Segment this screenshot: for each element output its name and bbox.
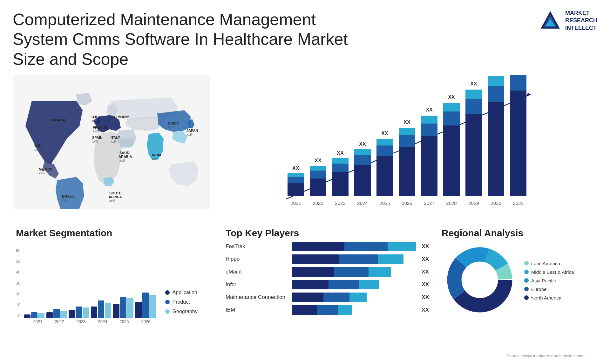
svg-text:xx%: xx%: [62, 199, 68, 202]
player-xx-ibm: XX: [422, 307, 429, 313]
regional-legend: Latin America Middle East & Africa Asia …: [524, 261, 574, 300]
seg-bar-prod: [31, 312, 37, 318]
legend-product: Product: [165, 299, 197, 305]
svg-rect-50: [443, 103, 460, 111]
bar-2021-seg3: [288, 173, 304, 177]
world-map-svg: CANADA xx% U.S. xx% MEXICO xx% BRAZIL xx…: [13, 75, 210, 209]
legend-label-application: Application: [172, 290, 197, 295]
segmentation-legend: Application Product Geography: [165, 290, 197, 314]
player-row-ibm: IBM XX: [226, 305, 429, 315]
player-xx-hippo: XX: [422, 256, 429, 262]
svg-rect-41: [399, 135, 415, 147]
svg-rect-33: [354, 155, 371, 165]
seg-y-10: 10: [16, 302, 20, 307]
seg-bar-group-2024: [91, 300, 111, 318]
svg-text:2030: 2030: [491, 200, 501, 206]
seg-bar-group-2021: [24, 312, 44, 318]
svg-rect-42: [399, 128, 415, 135]
regional-title: Regional Analysis: [442, 228, 594, 239]
legend-label-geography: Geography: [172, 309, 197, 314]
svg-text:XX: XX: [292, 165, 299, 171]
seg-y-30: 30: [16, 281, 20, 286]
player-xx-maintenance: XX: [422, 294, 429, 300]
svg-rect-40: [399, 147, 415, 196]
svg-rect-57: [488, 86, 504, 102]
svg-text:2026: 2026: [402, 200, 412, 206]
svg-text:xx%: xx%: [111, 119, 117, 123]
svg-text:XX: XX: [381, 131, 388, 136]
player-row-fastrak: FasTrak XX: [226, 242, 429, 251]
bar-chart-container: XX XX XX XX XX: [222, 75, 591, 209]
label-europe: Europe: [531, 286, 546, 292]
header: Computerized Maintenance Management Syst…: [0, 0, 610, 72]
content-grid: CANADA xx% U.S. xx% MEXICO xx% BRAZIL xx…: [0, 72, 610, 330]
svg-text:xx%: xx%: [119, 159, 125, 162]
seg-x-2021: 2021: [28, 319, 48, 324]
spain-label: SPAIN: [92, 136, 103, 139]
label-north-america: North America: [531, 295, 561, 300]
legend-latin-america: Latin America: [524, 261, 574, 266]
world-map-section: CANADA xx% U.S. xx% MEXICO xx% BRAZIL xx…: [13, 72, 216, 225]
svg-text:xx%: xx%: [92, 119, 98, 123]
players-section: Top Key Players FasTrak XX Hippo: [222, 228, 432, 324]
player-name-fastrak: FasTrak: [226, 243, 289, 250]
us-label: U.S.: [34, 144, 41, 147]
seg-bar-app: [24, 314, 30, 318]
svg-text:xx%: xx%: [34, 148, 40, 151]
player-bar-infor: [292, 280, 416, 289]
svg-rect-37: [376, 145, 393, 156]
svg-text:xx%: xx%: [92, 140, 98, 143]
player-xx-emaint: XX: [422, 269, 429, 275]
seg-y-50: 50: [16, 259, 20, 264]
dot-north-america: [524, 295, 529, 300]
seg-bar-group-2023: [69, 307, 89, 318]
svg-text:xx%: xx%: [39, 172, 45, 175]
player-name-maintenance: Maintenance Connection: [226, 294, 289, 300]
svg-text:XX: XX: [337, 150, 344, 156]
legend-label-product: Product: [172, 299, 190, 305]
players-list: FasTrak XX Hippo: [226, 242, 429, 315]
svg-text:XX: XX: [426, 107, 433, 112]
player-bar-emaint: [292, 267, 416, 277]
svg-rect-53: [465, 99, 482, 114]
svg-rect-36: [376, 156, 393, 196]
legend-asia-pacific: Asia Pacific: [524, 278, 574, 283]
player-xx-fastrak: XX: [422, 243, 429, 250]
svg-rect-54: [465, 90, 482, 99]
svg-rect-30: [332, 158, 349, 164]
svg-rect-58: [488, 76, 504, 86]
player-row-maintenance: Maintenance Connection XX: [226, 293, 429, 302]
player-row-emaint: eMaint XX: [226, 267, 429, 277]
svg-text:xx%: xx%: [168, 125, 174, 129]
player-name-ibm: IBM: [226, 307, 289, 313]
svg-rect-29: [332, 164, 349, 172]
player-name-emaint: eMaint: [226, 269, 289, 275]
regional-content: Latin America Middle East & Africa Asia …: [442, 242, 594, 319]
bar-2021-seg2: [288, 177, 304, 183]
canada-label: CANADA: [50, 118, 65, 122]
india-label: INDIA: [152, 153, 161, 157]
svg-rect-49: [443, 111, 460, 125]
legend-middle-east: Middle East & Africa: [524, 269, 574, 275]
svg-rect-46: [421, 116, 437, 124]
player-xx-infor: XX: [422, 281, 429, 288]
svg-rect-38: [376, 139, 393, 145]
svg-text:xx%: xx%: [109, 199, 115, 203]
legend-geography: Geography: [165, 309, 197, 314]
svg-text:XX: XX: [403, 119, 410, 125]
segmentation-title: Market Segmentation: [16, 228, 213, 239]
bar-2021-seg1: [288, 183, 304, 196]
dot-europe: [524, 287, 529, 291]
svg-rect-48: [443, 125, 460, 196]
player-bar-fastrak: [292, 242, 416, 251]
svg-text:xx%: xx%: [50, 122, 56, 126]
svg-rect-61: [510, 75, 526, 91]
bar-chart-section: XX XX XX XX XX: [216, 72, 597, 225]
logo-icon: [539, 10, 561, 32]
legend-application: Application: [165, 290, 197, 295]
seg-y-60: 60: [16, 248, 20, 253]
china-label: CHINA: [168, 121, 179, 125]
svg-text:2028: 2028: [446, 200, 457, 206]
player-bar-ibm: [292, 305, 416, 315]
label-asia-pacific: Asia Pacific: [531, 278, 556, 283]
